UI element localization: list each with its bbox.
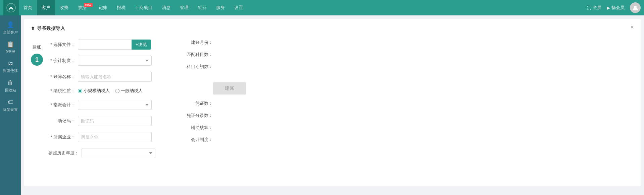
vip-label: 畅会员 — [611, 5, 625, 11]
entity-input[interactable] — [78, 132, 152, 142]
nav-business[interactable]: 工商项目 — [130, 0, 157, 15]
match-subjects-label: 匹配科目数： — [183, 52, 213, 58]
nav-message[interactable]: 消息 — [157, 0, 175, 15]
sidebar-item-migration[interactable]: 🗂 账套迁移 — [0, 57, 21, 76]
nav-operation[interactable]: 经营 — [193, 0, 211, 15]
nav-settings[interactable]: 设置 — [230, 0, 248, 15]
form-row-tax: * 纳税性质： 小规模纳税人 一般纳税人 — [48, 88, 162, 94]
step-badge: 1 — [31, 54, 43, 66]
nav-management[interactable]: 管理 — [175, 0, 193, 15]
ledger-name-input[interactable] — [78, 72, 152, 82]
sidebar-item-all-customers[interactable]: 👤 全部客户 — [0, 18, 21, 38]
assist-code-input[interactable] — [78, 116, 152, 126]
layout: 👤 全部客户 📋 0申报 🗂 账套迁移 🗑 回收站 🏷 标签设置 ⬆ 导爷数据导… — [0, 15, 644, 195]
sidebar-item-declaration[interactable]: 📋 0申报 — [0, 38, 21, 57]
file-label: * 选择文件： — [48, 42, 75, 48]
form-layout: 建账 1 * 选择文件： +浏览 — [31, 40, 634, 158]
init-amount-label: 科目期初数： — [183, 64, 213, 70]
sidebar-label-trash: 回收站 — [5, 88, 16, 93]
logo — [3, 0, 19, 15]
accounting-system2-label: 会计制度： — [183, 137, 213, 143]
ledger-name-label: * 账簿名称： — [48, 74, 75, 80]
history-year-select[interactable] — [82, 148, 155, 158]
declaration-icon: 📋 — [7, 41, 14, 48]
fullscreen-icon: ⛶ — [587, 5, 591, 10]
month-label: 建账月份： — [183, 40, 213, 46]
nav-bookkeeping[interactable]: 记账 — [94, 0, 112, 15]
info-row-accounting2: 会计制度： — [183, 137, 283, 143]
entity-label: * 所属企业： — [48, 134, 75, 140]
form-grid: * 选择文件： +浏览 * 会计制度： — [48, 40, 162, 158]
migration-icon: 🗂 — [7, 60, 13, 67]
form-row-ledger: * 账簿名称： — [48, 72, 162, 82]
browse-button[interactable]: +浏览 — [132, 40, 151, 50]
avatar[interactable] — [630, 2, 641, 13]
tax-type-label: * 纳税性质： — [48, 88, 75, 94]
title-text: 导爷数据导入 — [37, 25, 65, 31]
form-row-accountant: * 指派会计： — [48, 100, 162, 110]
trash-icon: 🗑 — [7, 79, 13, 86]
radio-group-tax: 小规模纳税人 一般纳税人 — [78, 88, 143, 94]
radio-small-scale-label: 小规模纳税人 — [84, 88, 110, 94]
form-row-entity: * 所属企业： — [48, 132, 162, 142]
radio-small-scale[interactable]: 小规模纳税人 — [78, 88, 110, 94]
history-year-label: 参照历史年度： — [48, 150, 79, 156]
info-row-voucher: 凭证数： — [183, 101, 283, 107]
info-grid: 建账月份： 匹配科目数： 科目期初数： — [183, 40, 283, 143]
nav-tax[interactable]: 报税 — [112, 0, 130, 15]
jizhang-label: 建账 — [33, 44, 41, 50]
all-customers-icon: 👤 — [7, 21, 14, 28]
fullscreen-label: 全屏 — [593, 5, 601, 11]
page-card: ⬆ 导爷数据导入 × 建账 1 * 选择文件： — [24, 19, 641, 186]
file-input[interactable] — [78, 40, 132, 50]
info-row-voucher-records: 凭证分录数： — [183, 113, 283, 119]
info-row-month: 建账月份： — [183, 40, 283, 46]
radio-general-input[interactable] — [115, 89, 119, 93]
vip-button[interactable]: ▶ 畅会员 — [607, 5, 625, 11]
accountant-label: * 指派会计： — [48, 102, 75, 108]
nav-badge-new: new — [84, 3, 93, 7]
tag-settings-icon: 🏷 — [7, 99, 13, 106]
file-row: +浏览 — [78, 40, 151, 50]
accounting-system-select[interactable] — [78, 56, 152, 66]
nav-home[interactable]: 首页 — [19, 0, 37, 15]
info-row-match-subjects: 匹配科目数： — [183, 52, 283, 58]
fullscreen-button[interactable]: ⛶ 全屏 — [587, 5, 601, 11]
sidebar-label-declaration: 0申报 — [6, 49, 15, 54]
sidebar-item-trash[interactable]: 🗑 回收站 — [0, 76, 21, 96]
topnav: 首页 客户 收费 票据 new 记账 报税 工商项目 消息 管理 经营 服务 设… — [0, 0, 644, 15]
accounting-system-label: * 会计制度： — [48, 58, 75, 64]
voucher-label: 凭证数： — [183, 101, 213, 107]
form-row-file: * 选择文件： +浏览 — [48, 40, 162, 50]
nav-invoice[interactable]: 票据 new — [73, 0, 94, 15]
aux-label: 辅助核算： — [183, 125, 213, 131]
page-title: ⬆ 导爷数据导入 — [31, 25, 634, 31]
create-account-button[interactable]: 建账 — [213, 82, 246, 94]
sidebar-label-all-customers: 全部客户 — [3, 30, 18, 35]
topnav-right: ⛶ 全屏 ▶ 畅会员 — [587, 2, 641, 13]
form-section-left: 建账 1 * 选择文件： +浏览 — [31, 40, 162, 158]
main-content: ⬆ 导爷数据导入 × 建账 1 * 选择文件： — [21, 15, 644, 195]
radio-small-scale-input[interactable] — [78, 89, 82, 93]
sidebar-label-migration: 账套迁移 — [3, 68, 18, 73]
accountant-select[interactable] — [78, 100, 152, 110]
close-button[interactable]: × — [630, 24, 634, 30]
form-row-assist: 助记码： — [48, 116, 162, 126]
sidebar-label-tag-settings: 标签设置 — [3, 107, 18, 112]
sidebar-item-tag-settings[interactable]: 🏷 标签设置 — [0, 96, 21, 115]
radio-general-label: 一般纳税人 — [121, 88, 143, 94]
info-row-init-amount: 科目期初数： — [183, 64, 283, 70]
assist-code-label: 助记码： — [48, 118, 75, 124]
nav-service[interactable]: 服务 — [211, 0, 230, 15]
nav-fee[interactable]: 收费 — [55, 0, 73, 15]
info-section: 建账月份： 匹配科目数： 科目期初数： — [183, 40, 283, 158]
form-row-accounting: * 会计制度： — [48, 56, 162, 66]
sidebar: 👤 全部客户 📋 0申报 🗂 账套迁移 🗑 回收站 🏷 标签设置 — [0, 15, 21, 195]
create-button-row: 建账 — [183, 76, 283, 94]
vip-icon: ▶ — [607, 5, 610, 10]
radio-general[interactable]: 一般纳税人 — [115, 88, 143, 94]
form-row-history: 参照历史年度： — [48, 148, 162, 158]
title-icon: ⬆ — [31, 26, 35, 31]
info-row-aux: 辅助核算： — [183, 125, 283, 131]
nav-customer[interactable]: 客户 — [37, 0, 55, 15]
